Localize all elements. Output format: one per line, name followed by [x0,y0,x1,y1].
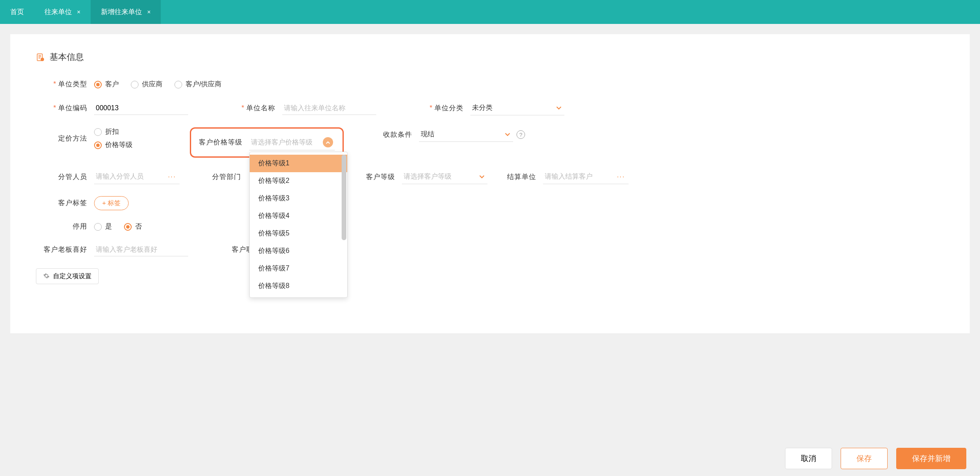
label-price-level: 客户价格等级 [199,138,242,147]
required-icon: * [242,104,245,112]
tab-bar: 首页 往来单位 × 新增往来单位 × [0,0,980,24]
label-unit-code: *单位编码 [36,104,87,113]
radio-icon [124,223,132,231]
gear-icon [43,273,50,280]
chevron-up-icon [323,137,333,147]
boss-preference-input[interactable] [94,243,188,256]
label-department: 分管部门 [190,173,241,182]
dropdown-option[interactable]: 价格等级7 [250,260,347,277]
required-icon: * [53,104,56,112]
label-personnel: 分管人员 [36,173,87,182]
add-tag-button[interactable]: + 标签 [94,196,129,210]
label-disabled: 停用 [36,222,87,231]
tab-new-contact[interactable]: 新增往来单位 × [91,0,161,24]
chevron-down-icon [478,173,486,181]
radio-icon [174,81,182,88]
ellipsis-icon[interactable]: ··· [615,173,627,181]
personnel-input[interactable]: 请输入分管人员 ··· [94,170,180,184]
tab-home[interactable]: 首页 [0,0,34,24]
price-level-select[interactable]: 请选择客户价格等级 [249,135,335,150]
label-boss-preference: 客户老板喜好 [36,245,87,254]
section-header: 基本信息 [36,51,944,63]
required-icon: * [430,104,433,112]
help-icon[interactable]: ? [517,130,525,139]
dropdown-option[interactable]: 价格等级2 [250,172,347,190]
dropdown-option[interactable]: 价格等级3 [250,190,347,207]
price-level-highlight: 客户价格等级 请选择客户价格等级 价格等级1 价格等级2 价格等级3 价格等级4… [190,127,344,158]
label-unit-name: *单位名称 [224,104,275,113]
unit-category-select[interactable]: 未分类 [470,101,564,115]
dropdown-option[interactable]: 价格等级1 [250,155,347,172]
label-customer-tags: 客户标签 [36,199,87,208]
radio-icon [94,128,102,136]
settlement-unit-input[interactable]: 请输入结算客户 ··· [543,170,629,184]
radio-icon [94,81,102,88]
price-level-dropdown: 价格等级1 价格等级2 价格等级3 价格等级4 价格等级5 价格等级6 价格等级… [249,152,348,298]
dropdown-option[interactable]: 价格等级8 [250,277,347,295]
close-icon[interactable]: × [77,9,80,15]
radio-customer[interactable]: 客户 [94,80,119,89]
scrollbar[interactable] [342,155,346,240]
form-page: 基本信息 *单位类型 客户 供应商 客户/供应商 [10,34,970,333]
svg-point-1 [41,58,44,61]
tab-label: 往来单位 [44,8,72,17]
radio-icon [94,223,102,231]
label-unit-type: *单位类型 [36,80,87,89]
dropdown-option[interactable]: 价格等级4 [250,207,347,225]
radio-icon [94,141,102,149]
unit-name-input[interactable] [282,102,376,115]
label-pricing-method: 定价方法 [36,134,87,143]
label-settlement-unit: 结算单位 [498,173,536,182]
custom-fields-button[interactable]: 自定义项设置 [36,268,99,284]
label-unit-category: *单位分类 [412,104,463,113]
chevron-down-icon [555,104,563,112]
unit-code-input[interactable] [94,102,188,115]
ellipsis-icon[interactable]: ··· [166,173,178,181]
required-icon: * [53,80,56,88]
dropdown-option[interactable]: 价格等级5 [250,225,347,242]
radio-discount[interactable]: 折扣 [94,127,133,136]
tab-label: 首页 [10,8,24,17]
close-icon[interactable]: × [147,9,151,15]
radio-price-level[interactable]: 价格等级 [94,141,133,150]
customer-level-select[interactable]: 请选择客户等级 [402,170,487,184]
chevron-down-icon [504,131,511,138]
radio-both[interactable]: 客户/供应商 [174,80,221,89]
document-icon [36,53,44,62]
radio-yes[interactable]: 是 [94,222,112,231]
tab-label: 新增往来单位 [101,8,142,17]
section-title: 基本信息 [50,51,84,63]
payment-terms-select[interactable]: 现结 [419,127,513,142]
tab-contacts[interactable]: 往来单位 × [34,0,91,24]
label-payment-terms: 收款条件 [361,130,412,139]
radio-no[interactable]: 否 [124,222,142,231]
dropdown-option[interactable]: 价格等级6 [250,242,347,260]
radio-supplier[interactable]: 供应商 [131,80,162,89]
radio-icon [131,81,139,88]
label-customer-level: 客户等级 [344,173,395,182]
